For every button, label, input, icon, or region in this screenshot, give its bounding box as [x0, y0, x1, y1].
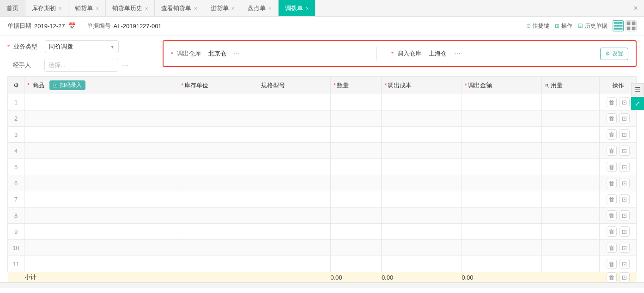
col-unit: 库存单位 — [178, 77, 258, 94]
biz-type-select[interactable]: 同价调拨 ▼ — [45, 40, 119, 53]
row-delete-icon[interactable]: 🗑 — [607, 129, 617, 140]
history-button[interactable]: ☑ 历史单据 — [578, 22, 607, 30]
shortcut-icon: ⊙ — [526, 23, 531, 29]
row-copy-icon[interactable]: ⊡ — [620, 146, 630, 156]
svg-rect-4 — [632, 22, 636, 25]
row-copy-icon[interactable]: ⊡ — [620, 178, 630, 188]
tab-view-sales[interactable]: 查看销货单 × — [155, 0, 204, 16]
row-delete-icon[interactable]: 🗑 — [607, 194, 617, 204]
row-number: 10 — [8, 240, 24, 256]
row-copy-icon[interactable]: ⊡ — [620, 129, 630, 140]
tab-home[interactable]: 首页 — [0, 0, 25, 16]
row-number: 4 — [8, 143, 24, 159]
table-row: 10 🗑 ⊡ — [8, 240, 637, 256]
right-panel: ☰ ⤢ — [631, 83, 644, 110]
in-warehouse-ellipsis-icon[interactable]: ··· — [454, 49, 460, 58]
col-amount: 调出金额 — [462, 77, 541, 94]
layout-btn-list[interactable] — [613, 20, 624, 31]
row-delete-icon[interactable]: 🗑 — [607, 210, 617, 220]
close-icon[interactable]: × — [96, 6, 98, 11]
table-row: 3 🗑 ⊡ — [8, 127, 637, 143]
svg-rect-0 — [614, 22, 623, 24]
close-icon[interactable]: × — [59, 6, 61, 11]
tab-purchase[interactable]: 进货单 × — [204, 0, 241, 16]
row-delete-icon[interactable]: 🗑 — [607, 162, 617, 172]
table-row: 11 🗑 ⊡ — [8, 256, 637, 272]
out-warehouse-ellipsis-icon[interactable]: ··· — [234, 49, 240, 58]
shortcut-button[interactable]: ⊙ 快捷键 — [526, 22, 549, 30]
close-icon[interactable]: × — [268, 6, 271, 11]
history-icon: ☑ — [578, 23, 583, 29]
row-delete-icon[interactable]: 🗑 — [607, 243, 617, 253]
col-gear: ⚙ — [8, 77, 24, 94]
date-field: 单据日期 2019-12-27 📅 — [7, 22, 76, 30]
col-available: 可用量 — [541, 77, 599, 94]
operate-icon: ⊞ — [555, 23, 559, 29]
manager-select[interactable]: 选择... — [44, 59, 118, 72]
subtotal-delete-icon[interactable]: 🗑 — [607, 272, 617, 282]
close-icon[interactable]: × — [306, 6, 309, 11]
row-number: 8 — [8, 208, 24, 224]
scan-button[interactable]: ⊡ 扫码录入 — [49, 80, 85, 90]
form-left: * 业务类型 同价调拨 ▼ 经手人 选择... ··· — [7, 40, 155, 72]
row-copy-icon[interactable]: ⊡ — [620, 226, 630, 237]
row-copy-icon[interactable]: ⊡ — [620, 243, 630, 253]
operate-button[interactable]: ⊞ 操作 — [555, 22, 572, 30]
layout-btn-grid[interactable] — [626, 20, 637, 31]
chevron-down-icon: ▼ — [110, 44, 115, 49]
bottom-scrollbar[interactable] — [0, 282, 644, 288]
row-copy-icon[interactable]: ⊡ — [620, 194, 630, 204]
manager-ellipsis-icon[interactable]: ··· — [122, 61, 128, 69]
out-warehouse-field: * 调出仓库 北京仓 ··· — [171, 49, 361, 58]
layout-buttons — [613, 20, 637, 31]
svg-rect-5 — [627, 27, 631, 31]
row-delete-icon[interactable]: 🗑 — [607, 146, 617, 156]
row-delete-icon[interactable]: 🗑 — [607, 259, 617, 269]
close-icon[interactable]: × — [145, 6, 148, 11]
calendar-icon[interactable]: 📅 — [68, 22, 76, 30]
tab-inventory-init[interactable]: 库存期初 × — [25, 0, 68, 16]
row-copy-icon[interactable]: ⊡ — [620, 210, 630, 220]
row-copy-icon[interactable]: ⊡ — [620, 162, 630, 172]
row-delete-icon[interactable]: 🗑 — [607, 226, 617, 237]
tab-transfer[interactable]: 调拨单 × — [279, 0, 316, 16]
table-row: 6 🗑 ⊡ — [8, 175, 637, 191]
row-delete-icon[interactable]: 🗑 — [607, 178, 617, 188]
row-copy-icon[interactable]: ⊡ — [620, 113, 630, 123]
toolbar-row: 单据日期 2019-12-27 📅 单据编号 AL-20191227-001 ⊙… — [0, 17, 644, 36]
panel-list-icon[interactable]: ☰ — [631, 83, 644, 96]
table-row: 8 🗑 ⊡ — [8, 208, 637, 224]
col-product: 商品 ⊡ 扫码录入 — [24, 77, 178, 94]
tab-bar-close-button[interactable]: × — [627, 0, 644, 16]
row-number: 7 — [8, 191, 24, 208]
tab-sales-history[interactable]: 销货单历史 × — [106, 0, 155, 16]
panel-expand-icon[interactable]: ⤢ — [631, 97, 644, 110]
row-number: 6 — [8, 175, 24, 191]
tab-bar: 首页 库存期初 × 销货单 × 销货单历史 × 查看销货单 × 进货单 × 盘点… — [0, 0, 644, 17]
row-number: 5 — [8, 159, 24, 175]
subtotal-copy-icon[interactable]: ⊡ — [620, 272, 630, 282]
svg-rect-3 — [627, 22, 631, 25]
table-row: 4 🗑 ⊡ — [8, 143, 637, 159]
tab-inventory[interactable]: 盘点单 × — [241, 0, 278, 16]
close-icon[interactable]: × — [231, 6, 234, 11]
row-number: 1 — [8, 94, 24, 110]
gear-icon[interactable]: ⚙ — [13, 82, 19, 89]
close-icon[interactable]: × — [194, 6, 197, 11]
gear-icon: ⚙ — [605, 50, 610, 57]
row-copy-icon[interactable]: ⊡ — [620, 97, 630, 107]
table-row: 7 🗑 ⊡ — [8, 191, 637, 208]
row-copy-icon[interactable]: ⊡ — [620, 259, 630, 269]
svg-rect-1 — [614, 25, 623, 26]
row-delete-icon[interactable]: 🗑 — [607, 97, 617, 107]
tab-sales-order[interactable]: 销货单 × — [68, 0, 105, 16]
settings-button[interactable]: ⚙ 设置 — [600, 48, 628, 60]
table-row: 1 🗑 ⊡ — [8, 94, 637, 110]
col-cost: 调出成本 — [382, 77, 462, 94]
col-spec: 规格型号 — [258, 77, 330, 94]
row-delete-icon[interactable]: 🗑 — [607, 113, 617, 123]
subtotal-row: 小计 0.00 0.00 0.00 🗑 ⊡ — [8, 272, 637, 283]
table-wrapper: ⚙ 商品 ⊡ 扫码录入 库存单位 规格型号 数量 调出成本 调出金额 可用量 操… — [0, 76, 644, 282]
manager-field: 经手人 选择... ··· — [7, 59, 155, 72]
in-warehouse-field: * 调入仓库 上海仓 ··· — [391, 49, 582, 58]
